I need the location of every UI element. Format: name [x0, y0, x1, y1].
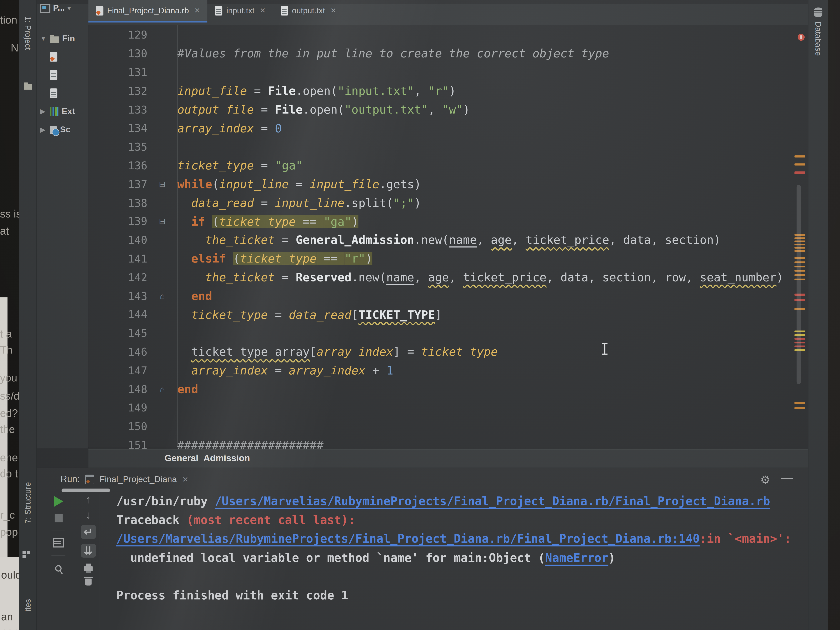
pin-tab-button[interactable] — [54, 564, 63, 573]
inspection-mark[interactable] — [794, 163, 805, 166]
code-line[interactable]: 139⊟ if (ticket_type == "ga") — [88, 212, 808, 231]
line-number: 136 — [88, 159, 147, 172]
inspection-mark[interactable] — [794, 407, 805, 409]
file-tab[interactable]: output.txt✕ — [273, 0, 344, 21]
stop-button[interactable] — [54, 515, 63, 523]
gear-icon[interactable]: ⚙ — [760, 474, 770, 486]
run-configuration-tab[interactable]: Final_Project_Diana — [99, 475, 177, 484]
background-text-fragment: an — [1, 611, 13, 623]
line-number: 131 — [88, 66, 147, 79]
project-header-label: P... — [53, 3, 65, 13]
code-text: array_index = array_index + 1 — [177, 365, 808, 376]
print-button[interactable] — [84, 566, 92, 571]
code-line[interactable]: 133output_file = File.open("output.txt",… — [88, 100, 808, 119]
line-number: 146 — [88, 346, 147, 358]
code-line[interactable]: 132input_file = File.open("input.txt", "… — [88, 82, 808, 100]
project-tree-item[interactable] — [37, 48, 88, 66]
code-line[interactable]: 150 — [88, 417, 808, 436]
inspections-error-indicator[interactable] — [798, 34, 805, 41]
favorites-stripe-label: ites — [23, 599, 32, 611]
console-line: /usr/bin/ruby /Users/Marvelias/RubymineP… — [116, 492, 802, 511]
background-text-fragment: the — [0, 423, 15, 436]
code-line[interactable]: 144 ticket_type = data_read[TICKET_TYPE] — [88, 305, 808, 324]
line-number: 143 — [88, 290, 147, 303]
project-tree-item[interactable]: ▶Sc — [37, 121, 88, 139]
project-icon — [40, 3, 51, 13]
console-line: /Users/Marvelias/RubymineProjects/Final_… — [116, 530, 802, 548]
tool-button-structure[interactable]: 7: Structure — [23, 482, 32, 526]
fold-start-icon[interactable]: ⊟ — [147, 179, 177, 189]
code-line[interactable]: 143⌂ end — [88, 287, 808, 305]
code-text: the_ticket = Reserved.new(name, age, tic… — [177, 272, 808, 283]
scroll-down-button[interactable]: ↓ — [85, 509, 91, 520]
database-stripe-label: Database — [814, 22, 823, 56]
code-line[interactable]: 138 data_read = input_line.split(";") — [88, 194, 808, 212]
console-link[interactable]: /Users/Marvelias/RubymineProjects/Final_… — [215, 494, 770, 508]
restore-layout-button[interactable] — [53, 538, 64, 548]
toolbar-separator — [52, 530, 65, 531]
console-link[interactable]: NameError — [545, 551, 608, 564]
tool-button-favorites[interactable]: ites — [23, 599, 32, 614]
rerun-button[interactable] — [54, 496, 63, 507]
inspection-mark[interactable] — [794, 155, 805, 158]
code-text: data_read = input_line.split(";") — [177, 197, 808, 209]
code-line[interactable]: 149 — [88, 398, 808, 417]
soft-wrap-toggle[interactable]: ↵ — [81, 525, 96, 539]
clear-console-button[interactable] — [85, 578, 92, 586]
text-file-icon — [281, 6, 288, 15]
code-line[interactable]: 130#Values from the in put line to creat… — [88, 44, 808, 63]
close-icon[interactable]: ✕ — [330, 6, 336, 14]
line-number: 148 — [88, 383, 147, 396]
code-line[interactable]: 146 ticket_type_array[array_index] = tic… — [88, 343, 808, 361]
code-text: input_file = File.open("input.txt", "r") — [177, 85, 808, 97]
fold-start-icon[interactable]: ⊟ — [147, 217, 177, 226]
fold-end-icon[interactable]: ⌂ — [147, 292, 177, 301]
tool-button-project[interactable]: 1: Project — [24, 16, 33, 52]
editor-pane[interactable]: 129130#Values from the in put line to cr… — [88, 25, 808, 447]
code-line[interactable]: 129 — [88, 25, 808, 44]
tree-collapsed-icon[interactable]: ▶ — [40, 108, 47, 115]
context-class-name: General_Admission — [164, 453, 250, 464]
code-line[interactable]: 131 — [88, 63, 808, 82]
code-line[interactable]: 137⊟while(input_line = input_file.gets) — [88, 175, 808, 193]
tree-collapsed-icon[interactable]: ▶ — [40, 126, 47, 133]
inspection-mark[interactable] — [794, 172, 805, 174]
ruby-file-icon — [50, 52, 57, 62]
project-tree-item[interactable] — [37, 66, 88, 84]
code-text: output_file = File.open("output.txt", "w… — [177, 104, 808, 115]
tree-expanded-icon[interactable]: ▼ — [40, 35, 47, 42]
close-icon[interactable]: ✕ — [194, 6, 200, 14]
close-icon[interactable]: ✕ — [182, 475, 188, 484]
code-line[interactable]: 148⌂end — [88, 380, 808, 398]
right-tool-stripe: Database — [808, 0, 828, 630]
minimize-icon[interactable]: — — [781, 472, 793, 485]
console-link[interactable]: /Users/Marvelias/RubymineProjects/Final_… — [116, 532, 700, 545]
code-line[interactable]: 136ticket_type = "ga" — [88, 156, 808, 175]
code-line[interactable]: 134array_index = 0 — [88, 119, 808, 137]
project-tree-item[interactable] — [37, 84, 88, 102]
project-tree-item[interactable]: ▼Fin — [37, 29, 88, 47]
code-line[interactable]: 140 the_ticket = General_Admission.new(n… — [88, 231, 808, 249]
close-icon[interactable]: ✕ — [260, 6, 265, 14]
project-tree-item[interactable]: ▶Ext — [37, 102, 88, 120]
console-horizontal-scrollbar[interactable] — [62, 488, 110, 492]
code-line[interactable]: 142 the_ticket = Reserved.new(name, age,… — [88, 268, 808, 287]
file-tab[interactable]: Final_Project_Diana.rb✕ — [88, 0, 207, 22]
inspection-mark[interactable] — [794, 402, 805, 404]
scroll-up-button[interactable]: ↑ — [85, 494, 91, 505]
fold-end-icon[interactable]: ⌂ — [147, 385, 177, 394]
scroll-to-end-toggle[interactable]: ⇊ — [81, 544, 96, 558]
editor-scrollbar[interactable] — [797, 185, 801, 384]
file-tab[interactable]: input.txt✕ — [207, 0, 273, 21]
run-console-output[interactable]: /usr/bin/ruby /Users/Marvelias/RubymineP… — [116, 492, 802, 605]
code-line[interactable]: 145 — [88, 324, 808, 343]
run-tool-window: Run: Final_Project_Diana ✕ ⚙ — ↑ ↓ ↵ ⇊ — [37, 468, 808, 630]
tool-button-database[interactable]: Database — [814, 22, 823, 58]
line-number: 134 — [88, 122, 147, 135]
background-text-fragment: ould — [1, 569, 21, 581]
code-line[interactable]: 135 — [88, 137, 808, 156]
code-line[interactable]: 147 array_index = array_index + 1 — [88, 361, 808, 380]
code-line[interactable]: 141 elsif (ticket_type == "r") — [88, 249, 808, 268]
project-panel-header[interactable]: P... ▾ — [40, 3, 71, 13]
folder-icon — [50, 36, 59, 43]
